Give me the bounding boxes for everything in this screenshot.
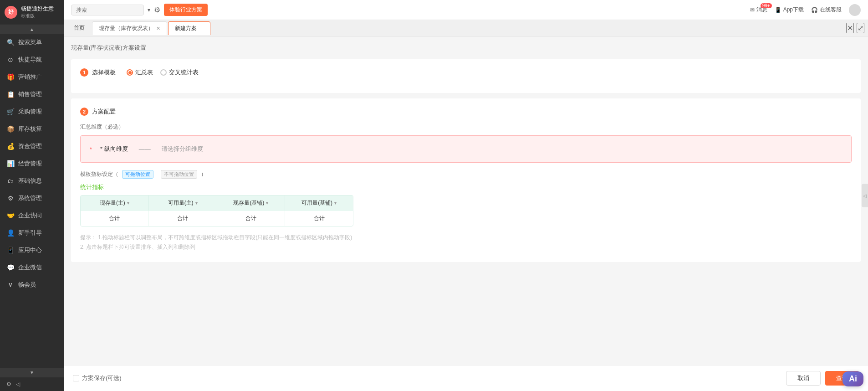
search-menu-icon: 🔍 (6, 38, 15, 46)
quick-nav-icon: ⊙ (6, 56, 15, 64)
chevron-icon-0[interactable]: ▾ (127, 201, 129, 206)
template-select-title: 选择模板 (92, 68, 116, 77)
right-panel-toggle[interactable]: ◁ (862, 184, 868, 207)
tabs-bar: 首页 现存量（库存状况表） ✕ 新建方案 ✕ ✕ ⤢ (64, 20, 868, 36)
sidebar-settings-icon[interactable]: ⚙ (6, 381, 11, 387)
sidebar-item-member[interactable]: V 畅会员 (0, 276, 64, 293)
indicator-label-text: 模板指标设定（ (80, 170, 118, 178)
dimension-error-box: * * 纵向维度 —— 请选择分组维度 (80, 135, 852, 163)
sidebar-item-finance[interactable]: 💰 资金管理 (0, 138, 64, 155)
guide-icon: 👤 (6, 229, 15, 237)
app-logo: 好 畅捷通好生意 标准版 (0, 0, 64, 25)
radio-summary-label: 汇总表 (135, 68, 153, 77)
dropdown-button[interactable]: ▾ (148, 7, 150, 13)
sidebar-item-guide[interactable]: 👤 新手引导 (0, 224, 64, 242)
radio-summary[interactable]: 汇总表 (127, 68, 153, 77)
marketing-icon: 🎁 (6, 73, 15, 81)
chevron-icon-3[interactable]: ▾ (334, 201, 337, 206)
operations-icon: 📊 (6, 159, 15, 168)
non-draggable-badge: 不可拖动位置 (161, 170, 197, 179)
inventory-icon: 📦 (6, 125, 15, 133)
sidebar-scroll-down[interactable]: ▼ (0, 368, 64, 377)
sidebar-item-sales[interactable]: 📋 销售管理 (0, 86, 64, 103)
dimension-label: 汇总维度（必选） (80, 123, 852, 131)
sidebar-item-operations[interactable]: 📊 经营管理 (0, 155, 64, 172)
sidebar-item-search-menu[interactable]: 🔍 搜索菜单 (0, 34, 64, 51)
dim-placeholder[interactable]: 请选择分组维度 (162, 145, 203, 153)
user-avatar[interactable] (849, 4, 861, 16)
indicator-settings-label: 模板指标设定（ 可拖动位置 不可拖动位置 ） (80, 170, 852, 179)
tips-section: 提示： 1.拖动标题栏可以调整布局，不可跨维度或指标区域拖动栏目字段(只能在同一… (80, 234, 852, 251)
vertical-dim-label: * 纵向维度 (100, 145, 128, 153)
header-label-3: 可用量(基辅) (301, 199, 332, 207)
chevron-icon-2[interactable]: ▾ (266, 201, 268, 206)
sidebar-collapse-icon[interactable]: ◁ (16, 381, 20, 387)
tab-inventory-close[interactable]: ✕ (156, 26, 160, 31)
table-header-cell-0: 现存量(主) ▾ (81, 196, 149, 211)
radio-cross[interactable]: 交叉统计表 (160, 68, 199, 77)
sidebar-item-app-center[interactable]: 📱 应用中心 (0, 242, 64, 259)
sidebar-item-quick-nav[interactable]: ⊙ 快捷导航 (0, 51, 64, 68)
sales-icon: 📋 (6, 90, 15, 98)
search-wrap (71, 5, 144, 15)
sidebar-item-inventory[interactable]: 📦 库存核算 (0, 120, 64, 138)
message-icon: ✉ (750, 7, 755, 13)
indicator-settings: 模板指标设定（ 可拖动位置 不可拖动位置 ） 统计指标 现存量(主) ▾ 可用 (80, 170, 852, 226)
search-input[interactable] (71, 5, 144, 15)
sidebar-item-label: 快捷导航 (18, 56, 42, 64)
app-download-item[interactable]: 📱 App下载 (775, 6, 804, 14)
header-label-1: 可用量(主) (168, 199, 194, 207)
notification-item[interactable]: ✉ 消息 99+ (750, 6, 767, 14)
sidebar-item-label: 营销推广 (18, 73, 42, 81)
template-radio-group: 汇总表 交叉统计表 (127, 68, 199, 77)
template-select-header: 1 选择模板 汇总表 交叉统计表 (80, 68, 852, 77)
purchase-icon: 🛒 (6, 108, 15, 116)
tab-new-scheme[interactable]: 新建方案 ✕ (168, 21, 210, 35)
sidebar-item-label: 畅会员 (18, 281, 36, 289)
bottom-bar: 方案保存(可选) 取消 查询 (64, 365, 868, 391)
sidebar-item-system[interactable]: ⚙ 系统管理 (0, 190, 64, 207)
app-version: 标准版 (21, 13, 54, 19)
sidebar-item-label: 经营管理 (18, 159, 42, 168)
table-cell-0-0: 合计 (81, 211, 149, 226)
settings-icon[interactable]: ⚙ (154, 5, 160, 14)
ai-floating-button[interactable]: Ai (842, 371, 863, 386)
sidebar-item-label: 搜索菜单 (18, 38, 42, 46)
save-checkbox[interactable] (73, 375, 79, 381)
radio-cross-label: 交叉统计表 (169, 68, 199, 77)
section-num-1: 1 (80, 68, 88, 77)
app-download-label: App下载 (783, 6, 804, 14)
stats-table: 现存量(主) ▾ 可用量(主) ▾ 现存量(基辅) ▾ 可用量(基辅) (80, 195, 353, 226)
sidebar-item-label: 应用中心 (18, 246, 42, 254)
tab-inventory-status[interactable]: 现存量（库存状况表） ✕ (92, 21, 167, 35)
online-support-item[interactable]: 🎧 在线客服 (811, 6, 842, 14)
sidebar-item-wechat[interactable]: 💬 企业微信 (0, 259, 64, 276)
window-close-button[interactable]: ✕ (846, 23, 854, 33)
window-expand-button[interactable]: ⤢ (857, 23, 864, 33)
save-option[interactable]: 方案保存(可选) (73, 374, 122, 382)
vertical-dim-row: * * 纵向维度 —— 请选择分组维度 (90, 145, 842, 153)
scheme-config-card: 2 方案配置 汇总维度（必选） * * 纵向维度 —— 请选择分组维度 模板指标… (71, 98, 861, 262)
sidebar-scroll-up[interactable]: ▲ (0, 25, 64, 34)
wechat-icon: 💬 (6, 263, 15, 272)
sidebar-item-label: 采购管理 (18, 108, 42, 116)
sidebar-item-label: 系统管理 (18, 194, 42, 202)
sidebar-item-purchase[interactable]: 🛒 采购管理 (0, 103, 64, 120)
chevron-icon-1[interactable]: ▾ (195, 201, 198, 206)
tab-inventory-label: 现存量（库存状况表） (99, 25, 153, 32)
sidebar-item-marketing[interactable]: 🎁 营销推广 (0, 68, 64, 86)
table-row-0: 合计 合计 合计 合计 (81, 211, 353, 226)
tab-new-close[interactable]: ✕ (199, 26, 204, 31)
page-title: 现存量(库存状况表)方案设置 (71, 44, 861, 52)
main-area: ▾ ⚙ 体验行业方案 ✉ 消息 99+ 📱 App下载 🎧 在线客服 首页 (64, 0, 868, 391)
logo-text-wrap: 畅捷通好生意 标准版 (21, 5, 54, 19)
cancel-button[interactable]: 取消 (786, 371, 821, 386)
tab-new-label: 新建方案 (175, 25, 197, 32)
sidebar-item-basic-info[interactable]: 🗂 基础信息 (0, 172, 64, 190)
sidebar-item-label: 库存核算 (18, 125, 42, 133)
table-cell-0-2: 合计 (217, 211, 286, 226)
sidebar-item-label: 新手引导 (18, 229, 42, 237)
tab-home[interactable]: 首页 (67, 21, 91, 35)
sidebar-item-cooperation[interactable]: 🤝 企业协同 (0, 207, 64, 224)
trial-industry-button[interactable]: 体验行业方案 (164, 4, 208, 16)
